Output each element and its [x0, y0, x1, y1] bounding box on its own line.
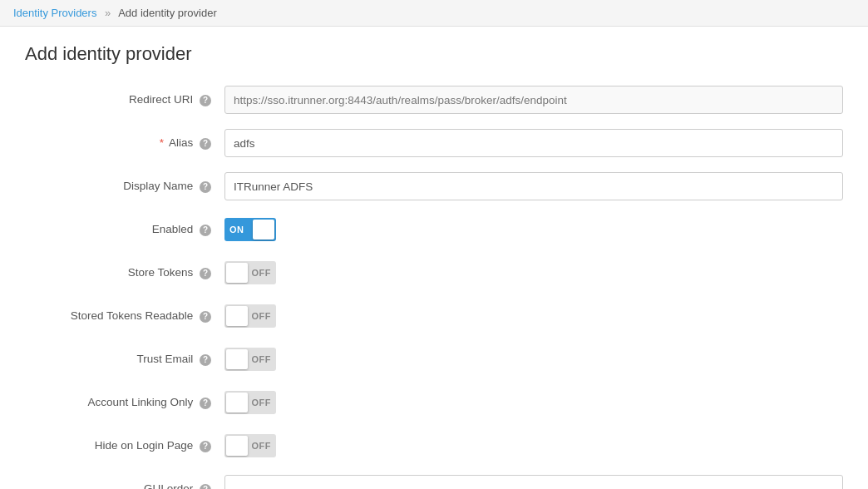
enabled-toggle-label: ON: [224, 225, 249, 235]
redirect-uri-group: Redirect URI ?: [25, 85, 843, 115]
gui-order-input[interactable]: [224, 475, 843, 489]
page-title: Add identity provider: [25, 43, 843, 65]
hide-on-login-page-label: Hide on Login Page ?: [25, 439, 224, 452]
account-linking-only-label: Account Linking Only ?: [25, 396, 224, 408]
stored-tokens-readable-toggle-label: OFF: [247, 311, 277, 321]
trust-email-thumb: [226, 349, 248, 369]
gui-order-help-icon[interactable]: ?: [200, 484, 211, 489]
alias-group: * Alias ?: [25, 128, 843, 158]
redirect-uri-input: [224, 86, 843, 114]
breadcrumb-parent-link[interactable]: Identity Providers: [13, 7, 96, 19]
store-tokens-toggle-label: OFF: [247, 268, 277, 278]
store-tokens-label: Store Tokens ?: [25, 266, 224, 279]
account-linking-only-thumb: [226, 393, 248, 412]
store-tokens-toggle-thumb: [226, 263, 248, 283]
trust-email-group: Trust Email ? OFF: [25, 344, 843, 374]
stored-tokens-readable-group: Stored Tokens Readable ? OFF: [25, 301, 843, 331]
alias-label: * Alias ?: [25, 136, 224, 149]
enabled-toggle-thumb: [253, 220, 274, 240]
redirect-uri-label: Redirect URI ?: [25, 93, 224, 106]
gui-order-group: GUI order ?: [25, 474, 843, 489]
enabled-group: Enabled ? ON: [25, 215, 843, 244]
hide-on-login-page-group: Hide on Login Page ? OFF: [25, 431, 843, 461]
hide-on-login-page-toggle-label: OFF: [247, 441, 277, 451]
alias-input[interactable]: [224, 129, 843, 157]
trust-email-toggle-label: OFF: [247, 354, 277, 364]
stored-tokens-readable-thumb: [226, 306, 248, 326]
stored-tokens-readable-toggle[interactable]: OFF: [224, 304, 276, 328]
redirect-uri-help-icon[interactable]: ?: [200, 95, 211, 106]
store-tokens-help-icon[interactable]: ?: [200, 268, 211, 279]
page-content: Add identity provider Redirect URI ? * A…: [0, 27, 868, 489]
display-name-input[interactable]: [224, 172, 843, 200]
stored-tokens-readable-label: Stored Tokens Readable ?: [25, 309, 224, 322]
alias-help-icon[interactable]: ?: [200, 138, 211, 150]
hide-on-login-page-toggle[interactable]: OFF: [224, 434, 276, 457]
account-linking-only-toggle-label: OFF: [247, 398, 277, 408]
account-linking-only-group: Account Linking Only ? OFF: [25, 388, 843, 417]
display-name-label: Display Name ?: [25, 180, 224, 192]
breadcrumb: Identity Providers » Add identity provid…: [0, 0, 868, 27]
account-linking-only-toggle[interactable]: OFF: [224, 391, 276, 414]
trust-email-label: Trust Email ?: [25, 353, 224, 365]
enabled-label: Enabled ?: [25, 223, 224, 235]
account-linking-only-help-icon[interactable]: ?: [200, 398, 211, 409]
enabled-toggle[interactable]: ON: [224, 218, 276, 241]
display-name-help-icon[interactable]: ?: [200, 181, 211, 193]
display-name-group: Display Name ?: [25, 171, 843, 201]
store-tokens-toggle[interactable]: OFF: [224, 261, 276, 284]
enabled-help-icon[interactable]: ?: [200, 225, 211, 236]
breadcrumb-current: Add identity provider: [118, 7, 217, 19]
breadcrumb-separator: »: [105, 7, 111, 19]
hide-on-login-page-help-icon[interactable]: ?: [200, 441, 211, 452]
hide-on-login-page-thumb: [226, 436, 248, 456]
store-tokens-group: Store Tokens ? OFF: [25, 258, 843, 288]
trust-email-help-icon[interactable]: ?: [200, 354, 211, 366]
trust-email-toggle[interactable]: OFF: [224, 348, 276, 371]
stored-tokens-readable-help-icon[interactable]: ?: [200, 311, 211, 323]
gui-order-label: GUI order ?: [25, 482, 224, 489]
